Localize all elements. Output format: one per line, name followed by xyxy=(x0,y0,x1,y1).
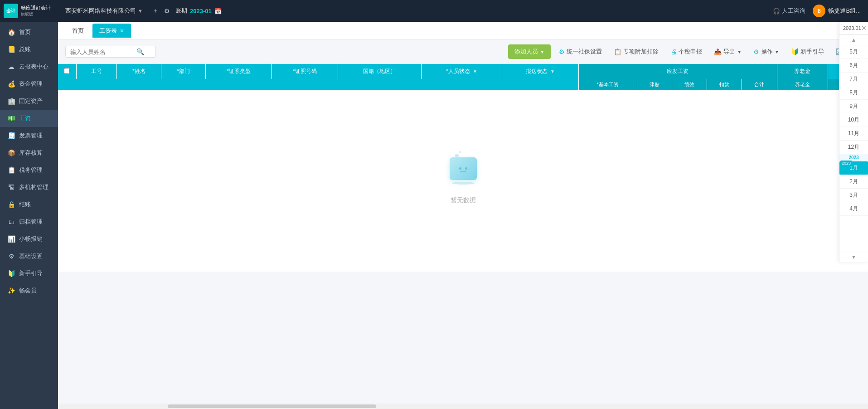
month-item-2[interactable]: 2月 xyxy=(839,175,868,189)
month-item-7[interactable]: 7月 xyxy=(839,73,868,86)
sidebar-item-multi-org[interactable]: 🏗 多机构管理 xyxy=(0,179,58,196)
smoke-dot-1 xyxy=(455,154,459,157)
month-item-10[interactable]: 10月 xyxy=(839,113,868,127)
empty-text: 暂无数据 xyxy=(451,196,476,204)
scrollbar-thumb[interactable] xyxy=(168,404,376,408)
status-filter-icon[interactable]: ▼ xyxy=(473,69,477,74)
tab-home-label: 首页 xyxy=(72,27,84,35)
sidebar-item-invoice[interactable]: 🧾 发票管理 xyxy=(0,127,58,144)
tab-home[interactable]: 首页 xyxy=(65,24,91,38)
sidebar-item-label: 云报表中心 xyxy=(19,63,48,71)
sidebar-item-cloud-report[interactable]: ☁ 云报表中心 xyxy=(0,58,58,75)
date-panel-close-button[interactable]: ✕ xyxy=(861,24,867,32)
app-name: 畅应通好会计 xyxy=(21,5,51,11)
sidebar-item-label: 固定资产 xyxy=(19,97,43,105)
logo-icon: 会计 xyxy=(4,4,18,18)
month-item-12[interactable]: 12月 xyxy=(839,141,868,154)
period-label: 账期 xyxy=(175,7,187,15)
cube-face xyxy=(454,162,472,178)
date-panel: 2023.01 ✕ ⤢ ▲ 5月 6月 7月 8月 9月 10月 11月 12 xyxy=(839,22,868,262)
company-selector[interactable]: 西安虾米网络科技有限公司 ▼ xyxy=(65,7,147,15)
social-label: 统一社保设置 xyxy=(567,48,602,56)
ops-label: 操作 xyxy=(761,48,773,56)
export-arrow-icon: ▼ xyxy=(737,49,742,54)
sidebar-item-vip[interactable]: ✨ 畅会员 xyxy=(0,282,58,299)
report-filter-icon[interactable]: ▼ xyxy=(550,69,555,74)
sidebar-item-expense[interactable]: 📊 小畅报销 xyxy=(0,230,58,248)
month-item-6[interactable]: 6月 xyxy=(839,59,868,73)
chevron-down-icon: ▼ xyxy=(851,254,857,260)
sidebar-item-label: 库存核算 xyxy=(19,149,43,157)
date-scroll-up-button[interactable]: ▲ xyxy=(839,35,868,45)
select-all-checkbox[interactable] xyxy=(64,68,70,74)
social-insurance-button[interactable]: ⚙ 统一社保设置 xyxy=(555,45,606,58)
tab-salary-table[interactable]: 工资表 ✕ xyxy=(92,24,131,38)
add-employee-button[interactable]: 添加人员 ▼ xyxy=(508,44,551,59)
export-label: 导出 xyxy=(723,48,735,56)
calendar-icon[interactable]: 📅 xyxy=(214,8,222,15)
empty-icon xyxy=(445,157,481,189)
month-item-9[interactable]: 9月 xyxy=(839,100,868,113)
month-item-4[interactable]: 4月 xyxy=(839,202,868,216)
sidebar-item-guide[interactable]: 🔰 新手引导 xyxy=(0,265,58,282)
tab-close-icon[interactable]: ✕ xyxy=(120,28,124,34)
year-2023-badge: 2023 xyxy=(840,161,852,166)
invoice-icon: 🧾 xyxy=(7,131,15,140)
sidebar-item-fund[interactable]: 💰 资金管理 xyxy=(0,75,58,93)
add-dropdown-icon: ▼ xyxy=(540,49,544,54)
add-company-button[interactable]: ＋ xyxy=(152,7,159,15)
th-status: *人员状态 ▼ xyxy=(421,64,502,79)
company-name: 西安虾米网络科技有限公司 xyxy=(65,7,136,15)
settings-button[interactable]: ⚙ xyxy=(164,7,170,15)
sidebar-item-settings[interactable]: ⚙ 基础设置 xyxy=(0,248,58,265)
app-edition: 旗舰版 xyxy=(21,11,51,17)
month-item-1-active[interactable]: 2023 1月 xyxy=(839,161,868,175)
th-name: *姓名 xyxy=(116,64,161,79)
smoke-dot-2 xyxy=(459,151,461,153)
personal-tax-button[interactable]: 🖨 个税申报 xyxy=(667,45,706,58)
user-menu[interactable]: B 畅捷通B组... xyxy=(813,5,861,17)
th-pension: 养老金 xyxy=(777,64,828,79)
sidebar-item-ledger[interactable]: 📒 总账 xyxy=(0,41,58,58)
vip-icon: ✨ xyxy=(7,287,15,295)
th-id-type: *证照类型 xyxy=(206,64,272,79)
sidebar-item-fixed-asset[interactable]: 🏢 固定资产 xyxy=(0,93,58,110)
sidebar-item-close[interactable]: 🔒 结账 xyxy=(0,196,58,213)
operations-button[interactable]: ⚙ 操作 ▼ xyxy=(750,45,783,58)
th-department: *部门 xyxy=(161,64,205,79)
deduction-label: 专项附加扣除 xyxy=(623,48,659,56)
horizontal-scrollbar[interactable] xyxy=(58,404,868,409)
sidebar-item-label: 多机构管理 xyxy=(19,183,48,191)
plus-icon: ＋ xyxy=(152,7,159,15)
special-deduction-button[interactable]: 📋 专项附加扣除 xyxy=(610,45,662,58)
sidebar-item-label: 工资 xyxy=(19,114,31,122)
guide-button[interactable]: 🔰 新手引导 xyxy=(787,45,828,58)
tax-icon: 📋 xyxy=(7,166,15,174)
month-item-11[interactable]: 11月 xyxy=(839,127,868,141)
date-panel-period: 2023.01 xyxy=(843,25,861,31)
sidebar-item-inventory[interactable]: 📦 库存核算 xyxy=(0,144,58,161)
month-item-5[interactable]: 5月 xyxy=(839,45,868,59)
select-all-th xyxy=(58,64,76,79)
month-label: 9月 xyxy=(849,102,858,110)
th-total: 合计 xyxy=(742,79,777,90)
month-item-3[interactable]: 3月 xyxy=(839,189,868,202)
sidebar-item-label: 发票管理 xyxy=(19,131,43,140)
inventory-icon: 📦 xyxy=(7,149,15,157)
month-item-8[interactable]: 8月 xyxy=(839,86,868,100)
face-eyes xyxy=(459,167,467,170)
date-scroll-down-button[interactable]: ▼ xyxy=(839,252,868,262)
sidebar-item-archive[interactable]: 🗂 归档管理 xyxy=(0,213,58,230)
support-button[interactable]: 🎧 人工咨询 xyxy=(773,7,805,15)
social-icon: ⚙ xyxy=(559,48,565,55)
sidebar-item-label: 归档管理 xyxy=(19,218,43,226)
empty-state: 暂无数据 xyxy=(58,90,868,272)
sidebar-item-label: 税务管理 xyxy=(19,166,43,174)
th-allowance: 津贴 xyxy=(637,79,672,90)
sidebar-item-tax[interactable]: 📋 税务管理 xyxy=(0,161,58,179)
export-button[interactable]: 📤 导出 ▼ xyxy=(710,45,745,58)
sidebar-item-salary[interactable]: 💵 工资 xyxy=(0,110,58,127)
month-label: 10月 xyxy=(848,116,859,124)
sidebar-item-home[interactable]: 🏠 首页 xyxy=(0,24,58,41)
search-input[interactable] xyxy=(70,49,134,55)
